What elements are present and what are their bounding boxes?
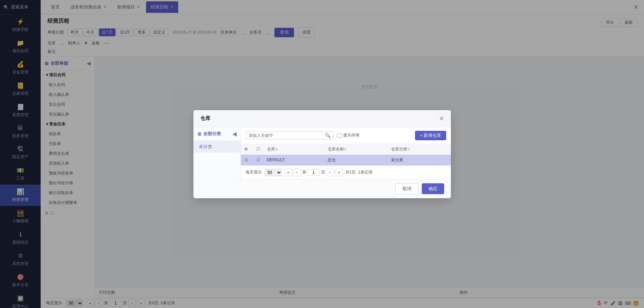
- row-checkbox[interactable]: ☑: [253, 155, 264, 165]
- show-disabled-toggle[interactable]: 显示停用: [337, 132, 359, 138]
- warehouse-table-head: ⚙ ☐ 仓库⇅ 仓库名称⇅ 仓库分类⇅: [241, 144, 451, 155]
- modal-body: ⊞ 全部分类 ◀ 未分类 🔍 显示停用: [193, 127, 451, 179]
- category-col-header: 仓库分类⇅: [388, 144, 451, 155]
- cancel-button[interactable]: 取消: [395, 183, 418, 194]
- gear-col-header: ⚙: [241, 144, 253, 155]
- confirm-button[interactable]: 确定: [422, 183, 444, 194]
- grid-icon-modal: ⊞: [198, 131, 201, 137]
- category-item[interactable]: 未分类: [193, 141, 241, 152]
- modal-footer: 取消 确定: [193, 179, 451, 198]
- modal-close-button[interactable]: ✕: [439, 115, 444, 122]
- modal-prev-page[interactable]: ‹: [293, 169, 301, 176]
- modal-per-page-label: 每页显示: [246, 169, 262, 175]
- modal-total-info: 共1页, 1条记录: [346, 169, 373, 175]
- show-disabled-checkbox[interactable]: [337, 133, 342, 138]
- modal-page-label: 页: [321, 169, 325, 175]
- warehouse-table: ⚙ ☐ 仓库⇅ 仓库名称⇅ 仓库分类⇅ ⚙ ☑ DEFAULT 总仓 未分类: [241, 144, 451, 166]
- modal-next-page[interactable]: ›: [327, 169, 334, 176]
- modal-page-nav: « ‹ 第 页 › »: [285, 169, 343, 176]
- warehouse-modal: 仓库 ✕ ⊞ 全部分类 ◀ 未分类 🔍: [193, 110, 451, 198]
- modal-right-content: 🔍 显示停用 + 新增仓库 ⚙ ☐: [241, 127, 451, 179]
- modal-per-page-select[interactable]: 50 100: [265, 169, 282, 176]
- row-category: 未分类: [388, 155, 451, 165]
- modal-pagination: 每页显示 50 100 « ‹ 第 页 › » 共1页, 1条记录: [241, 166, 451, 179]
- modal-toolbar: 🔍 显示停用 + 新增仓库: [241, 127, 451, 144]
- category-all-header[interactable]: ⊞ 全部分类 ◀: [193, 127, 241, 141]
- checkbox-col-header: ☐: [253, 144, 264, 155]
- row-code: DEFAULT: [264, 155, 325, 165]
- warehouse-table-body: ⚙ ☑ DEFAULT 总仓 未分类: [241, 155, 451, 165]
- modal-last-page[interactable]: »: [335, 169, 343, 176]
- show-disabled-label: 显示停用: [343, 132, 359, 138]
- modal-page-input[interactable]: [308, 169, 320, 176]
- modal-search-wrap: 🔍: [246, 131, 334, 140]
- row-name: 总仓: [324, 155, 388, 165]
- row-gear: ⚙: [241, 155, 253, 165]
- modal-overlay: 仓库 ✕ ⊞ 全部分类 ◀ 未分类 🔍: [0, 0, 644, 308]
- table-header-row: ⚙ ☐ 仓库⇅ 仓库名称⇅ 仓库分类⇅: [241, 144, 451, 155]
- modal-search-input[interactable]: [249, 133, 325, 138]
- cat-collapse-icon[interactable]: ◀: [232, 131, 236, 137]
- modal-header: 仓库 ✕: [193, 110, 451, 127]
- modal-page-word: 第: [302, 169, 306, 175]
- modal-first-page[interactable]: «: [285, 169, 292, 176]
- add-warehouse-button[interactable]: + 新增仓库: [415, 131, 446, 140]
- category-panel: ⊞ 全部分类 ◀ 未分类: [193, 127, 241, 179]
- modal-title: 仓库: [200, 115, 210, 122]
- warehouse-table-row[interactable]: ⚙ ☑ DEFAULT 总仓 未分类: [241, 155, 451, 165]
- category-all-label: 全部分类: [203, 131, 221, 137]
- modal-search-icon: 🔍: [325, 133, 331, 138]
- code-col-header: 仓库⇅: [264, 144, 325, 155]
- name-col-header: 仓库名称⇅: [324, 144, 388, 155]
- modal-data-table: ⚙ ☐ 仓库⇅ 仓库名称⇅ 仓库分类⇅ ⚙ ☑ DEFAULT 总仓 未分类: [241, 144, 451, 166]
